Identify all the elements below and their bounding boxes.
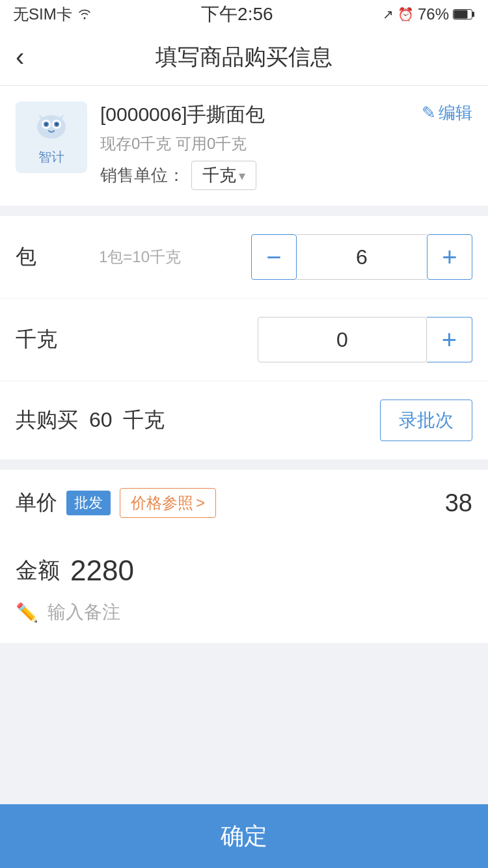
status-time: 下午2:56	[201, 2, 273, 27]
total-text: 共购买 60 千克	[16, 406, 165, 435]
confirm-label: 确定	[221, 821, 267, 852]
location-icon: ↗	[383, 7, 394, 22]
unit-arrow-icon: ▾	[239, 168, 245, 183]
amount-row: 金额 2280	[16, 554, 472, 600]
record-batch-label: 录批次	[399, 410, 454, 430]
qty-label-bao: 包	[16, 243, 94, 271]
amount-label: 金额	[16, 556, 60, 586]
wifi-icon	[77, 5, 92, 23]
remark-icon: ✏️	[16, 602, 38, 623]
remark-row[interactable]: ✏️ 输入备注	[16, 600, 472, 643]
quantities-section: 包 1包=10千克 − + 千克 + 共购买 60 千克	[0, 216, 488, 459]
status-left: 无SIM卡	[13, 4, 92, 25]
svg-point-9	[55, 123, 58, 126]
qty-row-kg: 千克 +	[0, 299, 488, 381]
status-right: ↗ ⏰ 76%	[383, 5, 475, 23]
unit-value: 千克	[202, 164, 236, 187]
product-info: [0000006]手撕面包 ✎ 编辑 现存0千克 可用0千克 销售单位： 千克 …	[100, 102, 472, 190]
price-tag: 批发	[66, 491, 111, 515]
qty-label-kg: 千克	[16, 325, 94, 354]
plus-icon-kg: +	[442, 325, 457, 355]
unit-label: 销售单位：	[100, 164, 185, 187]
product-unit-row: 销售单位： 千克 ▾	[100, 161, 472, 190]
amount-value: 2280	[70, 554, 134, 587]
carrier-label: 无SIM卡	[13, 4, 72, 25]
qty-plus-bao[interactable]: +	[427, 234, 472, 280]
price-section: 单价 批发 价格参照 > 38	[0, 470, 488, 536]
confirm-button[interactable]: 确定	[0, 804, 488, 868]
svg-rect-1	[472, 12, 474, 17]
page-title: 填写商品购买信息	[156, 42, 332, 72]
qty-minus-bao[interactable]: −	[251, 234, 297, 280]
alarm-icon: ⏰	[398, 7, 414, 22]
price-ref-label: 价格参照	[131, 493, 193, 513]
product-card: 智计 [0000006]手撕面包 ✎ 编辑 现存0千克 可用0千克 销售单位： …	[0, 86, 488, 206]
product-thumb-text: 智计	[32, 148, 71, 166]
product-thumbnail: 智计	[16, 102, 87, 173]
qty-plus-kg[interactable]: +	[427, 317, 472, 362]
svg-point-8	[45, 123, 47, 126]
separator-1	[0, 459, 488, 470]
edit-label: 编辑	[439, 102, 472, 124]
qty-input-bao[interactable]	[297, 234, 427, 280]
price-value: 38	[445, 489, 472, 517]
qty-control-kg: +	[258, 317, 472, 362]
plus-icon: +	[442, 243, 457, 272]
price-ref-button[interactable]: 价格参照 >	[120, 488, 216, 518]
price-ref-arrow-icon: >	[196, 494, 205, 512]
product-name: [0000006]手撕面包	[100, 102, 265, 128]
qty-control-bao: − +	[251, 234, 472, 280]
qty-row-bao: 包 1包=10千克 − +	[0, 216, 488, 299]
status-bar: 无SIM卡 下午2:56 ↗ ⏰ 76%	[0, 0, 488, 29]
remark-placeholder: 输入备注	[47, 600, 120, 625]
svg-rect-2	[454, 10, 468, 19]
unit-select[interactable]: 千克 ▾	[191, 161, 256, 190]
qty-sublabel-bao: 1包=10千克	[99, 247, 181, 267]
amount-section: 金额 2280 ✏️ 输入备注	[0, 536, 488, 643]
minus-icon: −	[266, 243, 281, 272]
nav-bar: ‹ 填写商品购买信息	[0, 29, 488, 86]
edit-icon: ✎	[422, 103, 436, 123]
qty-input-kg[interactable]	[258, 317, 427, 362]
price-label: 单价	[16, 489, 57, 517]
back-icon: ‹	[16, 42, 24, 71]
battery-label: 76%	[418, 5, 449, 23]
total-row: 共购买 60 千克 录批次	[0, 381, 488, 459]
edit-button[interactable]: ✎ 编辑	[422, 102, 472, 124]
back-button[interactable]: ‹	[16, 42, 24, 72]
battery-icon	[453, 5, 475, 23]
record-batch-button[interactable]: 录批次	[380, 400, 472, 441]
price-row: 单价 批发 价格参照 > 38	[16, 488, 472, 518]
product-stock: 现存0千克 可用0千克	[100, 133, 472, 154]
